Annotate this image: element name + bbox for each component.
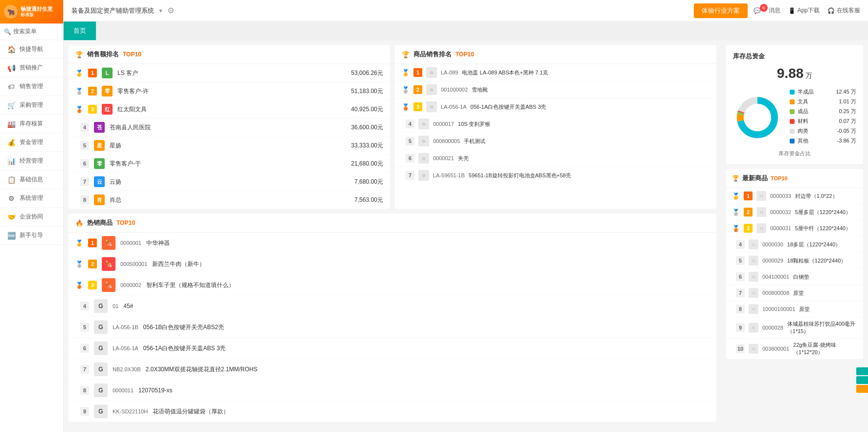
ranking-row: 🥇 1 L LS 客户 53,006.26元	[69, 64, 390, 82]
product-rank-row: 4 G 0000017 10S 变刹罗猴	[395, 116, 716, 133]
cs-hotline[interactable]: 客服热线	[856, 367, 868, 375]
product-rank-num: 4	[406, 120, 414, 128]
legend-dot	[790, 119, 795, 124]
product-img: G	[418, 136, 429, 146]
notifications-btn[interactable]: 💬 6 消息	[754, 6, 780, 15]
new-prod-name: 18多层（1220*2440）	[787, 241, 857, 248]
legend-dot	[790, 99, 795, 104]
product-name: 雪地靴	[472, 86, 709, 94]
new-rank-num: 9	[736, 323, 745, 332]
hot-item: 🥉 3 🍖 0000002 智利车子里（规格不知道填什么）	[69, 275, 716, 296]
hot-code: 01	[113, 303, 118, 309]
sidebar-item-inventory[interactable]: 🏭库存核算	[0, 115, 63, 133]
hot-rank-num: 7	[80, 365, 89, 374]
hot-img: 🍖	[102, 236, 115, 250]
nav-label-sales: 销售管理	[20, 82, 43, 91]
ranking-row: 6 零 零售客户-于 21,680.00元	[69, 155, 390, 173]
rank-name: 零售客户-于	[110, 160, 346, 168]
rank-amount: 51,183.00元	[351, 87, 383, 96]
float-customer-service: 客服热线 服务社区 直播	[856, 367, 868, 393]
hot-code: 0000001	[120, 240, 141, 246]
hot-rank-trophy: 🥉	[75, 282, 83, 289]
dropdown-arrow-icon[interactable]: ▼	[158, 8, 163, 14]
logo-text: 畅捷通好生意 标准版	[21, 5, 53, 18]
legend-item: 肉类 -0.05 万	[790, 127, 856, 135]
product-rank-num: 3	[413, 102, 422, 111]
search-menu[interactable]: 🔍 搜索菜单	[0, 24, 63, 40]
new-rank-num: 10	[736, 344, 745, 353]
sidebar-item-sales[interactable]: 🏷销售管理	[0, 77, 63, 96]
new-product-item: 🥉 3 G 0000031 5厘中纤（1220*2440）	[726, 220, 863, 237]
hot-name: 2.0X30MM双搓花轴搓花直径2.1MM/ROHS	[145, 365, 709, 374]
new-products-title: 最新商品	[742, 174, 768, 183]
hot-name: 12070519-xs	[138, 387, 709, 394]
nav-label-inventory: 库存核算	[20, 120, 43, 128]
cs-live[interactable]: 直播	[856, 385, 868, 393]
cs-community[interactable]: 服务社区	[856, 376, 868, 384]
legend-item: 材料 0.07 万	[790, 118, 856, 125]
hot-rank-num: 8	[80, 386, 89, 395]
app-download-btn[interactable]: 📱 App下载	[788, 6, 820, 15]
hot-trophy-icon: 🔥	[75, 219, 83, 227]
topbar-system: 装备及固定资产辅助管理系统 ▼ ⚙	[71, 6, 688, 15]
sidebar-item-base-info[interactable]: 📋基础信息	[0, 170, 63, 189]
rank-avatar: 红	[102, 104, 113, 115]
headset-icon: 🎧	[827, 7, 835, 14]
settings-icon[interactable]: ⚙	[167, 6, 174, 15]
legend-val: 0.25 万	[839, 108, 856, 115]
inventory-card: 库存总资金 9.88 万	[726, 45, 863, 164]
sidebar-item-quick-nav[interactable]: 🏠快捷导航	[0, 40, 63, 59]
new-products-top10: TOP10	[771, 175, 788, 181]
product-name: 59651-1B旋转投影灯电池盒ABS黑色+58壳	[469, 172, 709, 179]
new-rank-num: 4	[736, 240, 745, 249]
hot-name: 056-1A白色按键开关盖ABS 3壳	[143, 344, 709, 353]
rank-num: 2	[88, 87, 97, 96]
new-product-item: 10 G 003800001 22g鱼豆腐-烧烤味（1*12*20）	[726, 338, 863, 359]
rank-name: 红太阳文具	[117, 105, 346, 114]
hot-item: 8 G 0000011 12070519-xs	[69, 380, 716, 401]
new-prod-name: 封边带（1.0*22）	[795, 192, 857, 200]
new-prod-code: 0000033	[770, 193, 791, 199]
nav-icon-marketing: 📢	[7, 64, 16, 72]
hot-img: G	[94, 384, 108, 397]
hot-img: G	[94, 341, 108, 355]
sidebar-item-operations[interactable]: 📊经营管理	[0, 152, 63, 170]
sidebar-item-enterprise[interactable]: 🤝企业协同	[0, 208, 63, 226]
sidebar-item-finance[interactable]: 💰资金管理	[0, 133, 63, 152]
sidebar-item-purchase[interactable]: 🛒采购管理	[0, 96, 63, 115]
hot-rank-num: 4	[80, 302, 89, 311]
legend-name: 半成品	[798, 88, 833, 96]
new-rank-num: 8	[736, 305, 745, 313]
nav-label-base-info: 基础信息	[20, 175, 43, 184]
system-name: 装备及固定资产辅助管理系统	[71, 6, 154, 15]
sidebar-item-guide[interactable]: 🆕新手引导	[0, 226, 63, 245]
legend-dot	[790, 109, 795, 114]
legend-item: 成品 0.25 万	[790, 108, 856, 115]
sidebar-item-system[interactable]: ⚙系统管理	[0, 189, 63, 208]
hot-rank-trophy: 🥈	[75, 261, 83, 268]
nav-icon-base-info: 📋	[7, 176, 16, 184]
new-trophy-icon: 🏆	[732, 175, 739, 182]
product-rank-row: 5 G 000800005 手机测试	[395, 133, 716, 150]
legend-item: 文具 1.01 万	[790, 98, 856, 105]
hot-img: 🍖	[102, 257, 115, 271]
search-icon: 🔍	[4, 28, 11, 35]
nav-icon-operations: 📊	[7, 157, 16, 165]
trial-button[interactable]: 体验行业方案	[694, 3, 748, 18]
tab-home[interactable]: 首页	[64, 22, 96, 40]
legend-item: 半成品 12.45 万	[790, 88, 856, 96]
trophy-icon: 🏆	[75, 51, 83, 58]
rank-num: 7	[80, 177, 89, 186]
ranking-row: 4 苍 苍南县人民医院 36,600.00元	[69, 119, 390, 137]
rank-num: 1	[88, 69, 97, 77]
new-prod-img: G	[749, 240, 758, 249]
inventory-amount: 9.88	[777, 66, 804, 81]
product-trophy-icon: 🏆	[402, 51, 410, 58]
hot-rank-num: 6	[80, 344, 89, 353]
hot-rank-num: 2	[88, 260, 97, 268]
logo-icon: 🐂	[4, 5, 18, 19]
online-service-btn[interactable]: 🎧 在线客服	[827, 6, 860, 15]
sidebar-item-marketing[interactable]: 📢营销推广	[0, 59, 63, 77]
product-rank-num: 1	[413, 68, 422, 77]
new-products-body: 🥇 1 G 0000033 封边带（1.0*22） 🥈 2 G 0000032 …	[726, 188, 863, 359]
